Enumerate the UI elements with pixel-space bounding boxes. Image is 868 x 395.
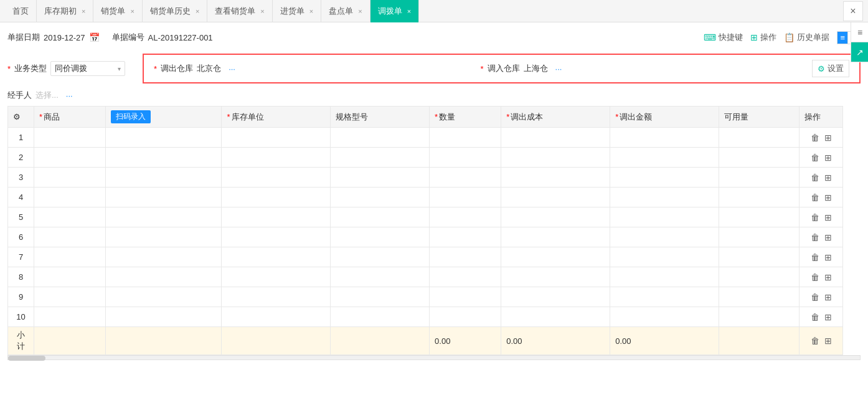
row-number-cell: 10	[8, 307, 34, 327]
delete-icon[interactable]: 🗑	[811, 252, 819, 262]
cost-cell[interactable]	[501, 247, 610, 267]
amount-cell[interactable]	[610, 227, 719, 247]
amount-cell[interactable]	[610, 128, 719, 148]
tab-sales-history[interactable]: 销货单历史 ×	[143, 0, 207, 22]
settings-button[interactable]: ⚙ 设置	[812, 60, 849, 77]
product-cell[interactable]	[34, 128, 106, 148]
tab-transfer-close[interactable]: ×	[407, 7, 411, 15]
cost-cell[interactable]	[501, 148, 610, 168]
operation-button[interactable]: ⊞ 操作	[750, 32, 776, 43]
copy-icon[interactable]: ⊞	[824, 153, 832, 163]
warehouse-in-required-star: *	[481, 64, 484, 74]
tab-inventory-check-close[interactable]: ×	[358, 7, 362, 15]
cost-cell[interactable]	[501, 128, 610, 148]
scan-button[interactable]: 扫码录入	[111, 110, 151, 123]
product-cell[interactable]	[34, 307, 106, 327]
spec-cell	[331, 207, 430, 227]
amount-cell[interactable]	[610, 207, 719, 227]
product-cell[interactable]	[34, 227, 106, 247]
qty-cell[interactable]	[430, 227, 501, 247]
amount-cell[interactable]	[610, 247, 719, 267]
calendar-icon[interactable]: 📅	[89, 32, 100, 42]
tab-sales-order-close[interactable]: ×	[130, 7, 134, 15]
delete-icon[interactable]: 🗑	[811, 193, 819, 202]
shortcut-button[interactable]: ⌨ 快捷键	[704, 32, 743, 43]
copy-icon[interactable]: ⊞	[824, 232, 832, 242]
copy-icon[interactable]: ⊞	[824, 292, 832, 302]
qty-cell[interactable]	[430, 267, 501, 287]
delete-icon[interactable]: 🗑	[811, 153, 819, 163]
tab-inventory-check[interactable]: 盘点单 ×	[321, 0, 370, 22]
tab-sales-order[interactable]: 销货单 ×	[93, 0, 142, 22]
warehouse-out-more-icon[interactable]: ···	[229, 64, 235, 74]
amount-cell[interactable]	[610, 287, 719, 307]
amount-cell[interactable]	[610, 307, 719, 327]
main-content: 单据日期 2019-12-27 📅 单据编号 AL-20191227-001 ⌨…	[0, 22, 868, 365]
qty-cell[interactable]	[430, 307, 501, 327]
qty-cell[interactable]	[430, 207, 501, 227]
amount-cell[interactable]	[610, 188, 719, 207]
tab-view-sales-close[interactable]: ×	[260, 7, 264, 15]
amount-cell[interactable]	[610, 148, 719, 168]
copy-icon[interactable]: ⊞	[824, 173, 832, 183]
layout-list-button[interactable]: ≡	[837, 32, 848, 44]
tab-home[interactable]: 首页	[5, 0, 37, 22]
warehouse-in-more-icon[interactable]: ···	[555, 64, 562, 74]
product-cell[interactable]	[34, 267, 106, 287]
delete-icon[interactable]: 🗑	[811, 272, 819, 282]
cost-cell[interactable]	[501, 168, 610, 188]
delete-icon[interactable]: 🗑	[811, 212, 819, 222]
delete-icon[interactable]: 🗑	[811, 133, 819, 143]
tab-transfer[interactable]: 调拨单 ×	[370, 0, 419, 22]
history-button[interactable]: 📋 历史单据	[784, 32, 829, 43]
handler-more-icon[interactable]: ···	[66, 91, 73, 100]
business-type-select[interactable]: 同价调拨 ▾	[50, 61, 125, 76]
tab-view-sales[interactable]: 查看销货单 ×	[207, 0, 272, 22]
copy-icon[interactable]: ⊞	[824, 193, 832, 202]
tab-inventory-init-close[interactable]: ×	[82, 7, 85, 15]
qty-cell[interactable]	[430, 128, 501, 148]
qty-cell[interactable]	[430, 148, 501, 168]
copy-icon[interactable]: ⊞	[824, 252, 832, 262]
qty-cell[interactable]	[430, 287, 501, 307]
product-cell[interactable]	[34, 287, 106, 307]
product-cell[interactable]	[34, 188, 106, 207]
copy-icon[interactable]: ⊞	[824, 133, 832, 143]
product-cell[interactable]	[34, 207, 106, 227]
amount-cell[interactable]	[610, 267, 719, 287]
qty-cell[interactable]	[430, 168, 501, 188]
copy-icon[interactable]: ⊞	[824, 336, 832, 346]
copy-icon[interactable]: ⊞	[824, 312, 832, 322]
cost-cell[interactable]	[501, 287, 610, 307]
cost-cell[interactable]	[501, 227, 610, 247]
sidebar-export-button[interactable]: ↗	[851, 42, 868, 62]
settings-icon: ⚙	[818, 64, 825, 74]
cost-cell[interactable]	[501, 267, 610, 287]
tab-purchase-order[interactable]: 进货单 ×	[273, 0, 321, 22]
delete-icon[interactable]: 🗑	[811, 292, 819, 302]
qty-cell[interactable]	[430, 247, 501, 267]
tab-purchase-order-close[interactable]: ×	[309, 7, 313, 15]
th-gear[interactable]: ⚙	[8, 107, 34, 128]
delete-icon[interactable]: 🗑	[811, 336, 819, 346]
cost-cell[interactable]	[501, 307, 610, 327]
product-cell[interactable]	[34, 148, 106, 168]
qty-cell[interactable]	[430, 188, 501, 207]
window-close-button[interactable]: ×	[843, 1, 863, 21]
cost-cell[interactable]	[501, 188, 610, 207]
product-cell[interactable]	[34, 168, 106, 188]
copy-icon[interactable]: ⊞	[824, 212, 832, 222]
delete-icon[interactable]: 🗑	[811, 232, 819, 242]
delete-icon[interactable]: 🗑	[811, 312, 819, 322]
horizontal-scrollbar[interactable]	[7, 355, 861, 360]
cost-cell[interactable]	[501, 207, 610, 227]
product-cell[interactable]	[34, 247, 106, 267]
handler-select[interactable]: 选择...	[35, 90, 59, 101]
tab-inventory-init[interactable]: 库存期初 ×	[37, 0, 93, 22]
copy-icon[interactable]: ⊞	[824, 272, 832, 282]
sidebar-list-button[interactable]: ≡	[851, 22, 868, 42]
amount-cell[interactable]	[610, 168, 719, 188]
scrollbar-thumb[interactable]	[8, 356, 45, 361]
delete-icon[interactable]: 🗑	[811, 173, 819, 183]
tab-sales-history-close[interactable]: ×	[196, 7, 199, 15]
